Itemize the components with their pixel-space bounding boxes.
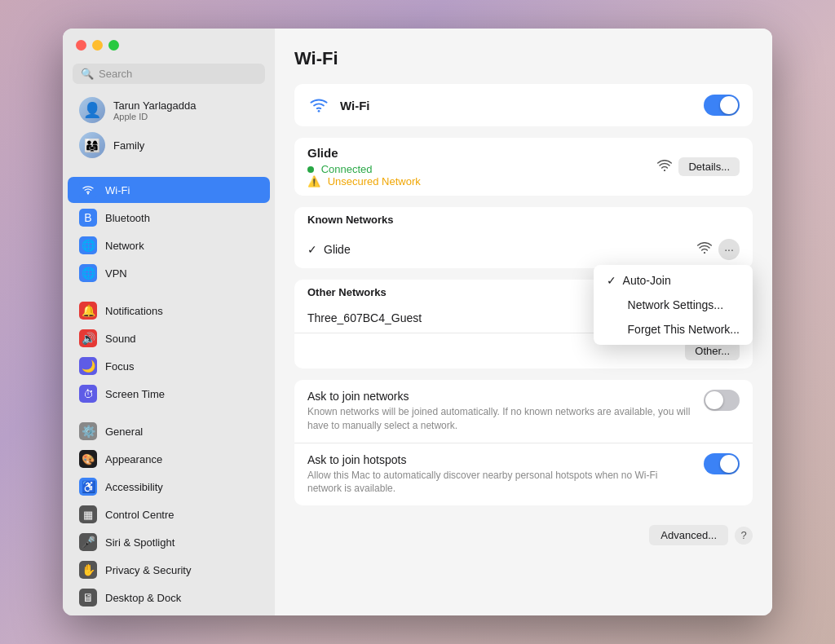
sidebar-item-appearance[interactable]: 🎨 Appearance	[68, 446, 270, 472]
autojoin-label: Auto-Join	[623, 274, 671, 287]
current-wifi-signal-icon	[657, 160, 672, 174]
screentime-label: Screen Time	[105, 388, 165, 400]
network-label: Network	[105, 240, 144, 252]
checkmark-icon: ✓	[307, 243, 317, 256]
known-wifi-signal-icon	[697, 242, 712, 257]
siri-label: Siri & Spotlight	[105, 536, 175, 549]
sidebar-item-siri[interactable]: 🎤 Siri & Spotlight	[68, 529, 270, 555]
close-button[interactable]	[76, 40, 86, 51]
ask-join-networks-toggle[interactable]	[704, 390, 740, 411]
appearance-icon: 🎨	[79, 450, 97, 468]
known-network-ellipsis-button[interactable]: ···	[718, 239, 740, 260]
sidebar-item-desktop[interactable]: 🖥 Desktop & Dock	[68, 584, 270, 611]
sidebar-item-notifications[interactable]: 🔔 Notifications	[68, 298, 270, 324]
privacy-icon: ✋	[79, 561, 97, 579]
main-content: Wi-Fi Wi-Fi	[275, 29, 772, 615]
sidebar-item-focus[interactable]: 🌙 Focus	[68, 353, 270, 379]
settings-card: Ask to join networks Known networks will…	[294, 380, 753, 505]
accessibility-label: Accessibility	[105, 481, 163, 493]
controlcentre-label: Control Centre	[105, 509, 175, 521]
help-button[interactable]: ?	[735, 527, 753, 545]
user-profile-item[interactable]: 👤 Tarun Yarlagadda Apple ID	[68, 93, 270, 127]
current-network-actions: Details...	[657, 157, 740, 176]
sidebar-item-controlcentre[interactable]: ▦ Control Centre	[68, 501, 270, 527]
sidebar-item-privacy[interactable]: ✋ Privacy & Security	[68, 557, 270, 583]
wifi-toggle-card: Wi-Fi	[294, 84, 753, 126]
sidebar-item-bluetooth[interactable]: B Bluetooth	[68, 205, 270, 231]
ask-join-networks-label: Ask to join networks	[307, 390, 691, 403]
minimize-button[interactable]	[92, 40, 103, 51]
connected-status: Connected	[307, 163, 657, 175]
network-icon: 🌐	[79, 236, 97, 254]
privacy-label: Privacy & Security	[105, 564, 191, 576]
maximize-button[interactable]	[108, 40, 119, 51]
desktop-label: Desktop & Dock	[105, 592, 181, 604]
siri-icon: 🎤	[79, 533, 97, 551]
ask-join-networks-desc: Known networks will be joined automatica…	[307, 405, 691, 433]
bluetooth-label: Bluetooth	[105, 212, 150, 224]
search-placeholder: Search	[99, 68, 132, 80]
dropdown-item-forget[interactable]: Forget This Network...	[594, 317, 753, 342]
dropdown-item-autojoin[interactable]: ✓ Auto-Join	[594, 268, 753, 293]
sidebar-item-sound[interactable]: 🔊 Sound	[68, 325, 270, 351]
current-network-card: Glide Connected ⚠️ Unsecured Network	[294, 138, 753, 196]
ask-join-networks-toggle-knob	[705, 391, 723, 409]
settings-window: 🔍 Search 👤 Tarun Yarlagadda Apple ID 👨‍👩…	[63, 29, 772, 615]
known-network-name: Glide	[324, 243, 697, 256]
desktop-icon: 🖥	[79, 589, 97, 607]
connected-dot	[307, 166, 314, 173]
sidebar-item-screentime[interactable]: ⏱ Screen Time	[68, 381, 270, 407]
details-button[interactable]: Details...	[678, 157, 740, 176]
known-networks-card: Known Networks ✓ Glide ···	[294, 207, 753, 268]
family-item[interactable]: 👨‍👩‍👧 Family	[68, 128, 270, 162]
sidebar: 🔍 Search 👤 Tarun Yarlagadda Apple ID 👨‍👩…	[63, 29, 275, 615]
autojoin-check-icon: ✓	[607, 274, 616, 287]
sidebar-item-accessibility[interactable]: ♿ Accessibility	[68, 474, 270, 500]
known-networks-title: Known Networks	[294, 207, 753, 231]
ask-join-hotspots-row: Ask to join hotspots Allow this Mac to a…	[294, 443, 753, 506]
networksettings-label: Network Settings...	[628, 298, 724, 311]
general-icon: ⚙️	[79, 422, 97, 440]
notifications-icon: 🔔	[79, 302, 97, 320]
wifi-row-icon	[307, 94, 330, 117]
ask-join-networks-info: Ask to join networks Known networks will…	[307, 390, 691, 433]
sidebar-item-wifi[interactable]: Wi-Fi	[68, 177, 270, 203]
ask-join-hotspots-toggle[interactable]	[704, 453, 740, 474]
warning-status: ⚠️ Unsecured Network	[307, 175, 657, 187]
notifications-label: Notifications	[105, 305, 163, 317]
ask-join-hotspots-info: Ask to join hotspots Allow this Mac to a…	[307, 453, 691, 496]
wifi-label: Wi-Fi	[105, 184, 130, 196]
forget-label: Forget This Network...	[628, 323, 740, 336]
vpn-icon: 🌐	[79, 264, 97, 282]
wifi-icon	[79, 181, 97, 199]
sound-label: Sound	[105, 333, 136, 345]
wifi-toggle[interactable]	[704, 95, 740, 116]
wifi-toggle-row: Wi-Fi	[294, 84, 753, 126]
wifi-row-label: Wi-Fi	[340, 99, 704, 112]
focus-icon: 🌙	[79, 357, 97, 375]
bluetooth-icon: B	[79, 209, 97, 227]
sidebar-item-general[interactable]: ⚙️ General	[68, 418, 270, 444]
advanced-button[interactable]: Advanced...	[649, 525, 728, 545]
ask-join-hotspots-toggle-knob	[720, 455, 738, 473]
accessibility-icon: ♿	[79, 478, 97, 496]
sidebar-item-network[interactable]: 🌐 Network	[68, 232, 270, 258]
current-network-name: Glide	[307, 146, 657, 160]
sound-icon: 🔊	[79, 329, 97, 347]
sidebar-item-vpn[interactable]: 🌐 VPN	[68, 260, 270, 286]
titlebar	[63, 29, 275, 59]
svg-point-2	[704, 252, 705, 254]
user-avatar: 👤	[79, 97, 105, 123]
screentime-icon: ⏱	[79, 385, 97, 403]
dropdown-item-networksettings[interactable]: Network Settings...	[594, 293, 753, 317]
controlcentre-icon: ▦	[79, 505, 97, 523]
user-subtitle: Apple ID	[113, 112, 196, 121]
svg-point-0	[318, 110, 320, 112]
user-section: 👤 Tarun Yarlagadda Apple ID 👨‍👩‍👧 Family	[63, 92, 275, 163]
page-title: Wi-Fi	[294, 48, 753, 69]
ask-join-hotspots-desc: Allow this Mac to automatically discover…	[307, 469, 691, 496]
appearance-label: Appearance	[105, 453, 162, 465]
search-icon: 🔍	[81, 68, 94, 80]
search-bar[interactable]: 🔍 Search	[73, 64, 265, 84]
general-label: General	[105, 426, 143, 438]
